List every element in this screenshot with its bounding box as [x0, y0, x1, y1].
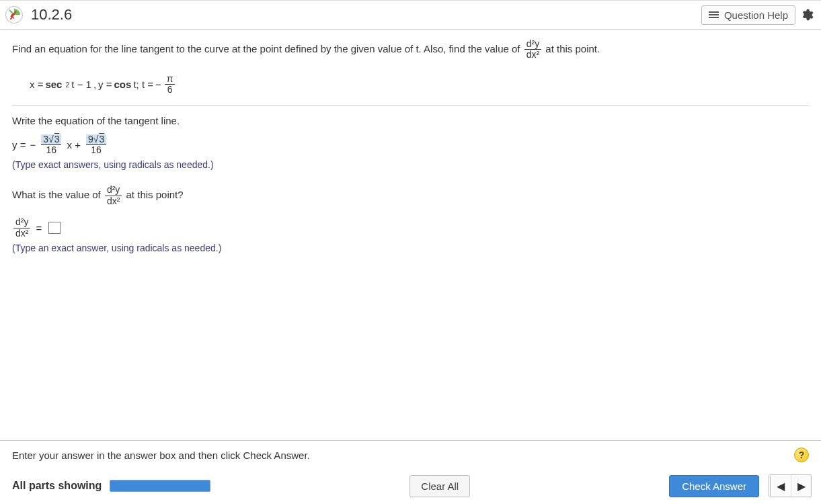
eq-sec-exp: 2	[65, 81, 69, 89]
t-den: 6	[165, 85, 175, 95]
footer-bar: All parts showing Clear All Check Answer…	[0, 469, 821, 504]
part2-hint: (Type an exact answer, using radicals as…	[12, 243, 809, 253]
t-num: π	[165, 74, 175, 85]
ans2-rad: 3	[98, 134, 104, 144]
part2-prompt: What is the value of d²y dx² at this poi…	[12, 185, 809, 206]
check-answer-button[interactable]: Check Answer	[669, 475, 759, 497]
x-plus: x +	[67, 139, 80, 151]
nav-buttons: ◀ ▶	[769, 474, 812, 497]
problem-text-before: Find an equation for the line tangent to…	[12, 43, 523, 54]
question-number: 10.2.6	[27, 5, 76, 25]
problem-text-after: at this point.	[545, 43, 600, 54]
settings-button[interactable]	[799, 7, 814, 22]
ans1-rad: 3	[54, 134, 60, 144]
gear-icon	[800, 8, 814, 22]
footer-instruction: Enter your answer in the answer box and …	[12, 450, 310, 461]
ans1-coef: 3	[43, 134, 48, 144]
header-left: ✗ 10.2.6	[5, 5, 76, 25]
progress-bar	[110, 480, 210, 492]
second-derivative-answer: d²y dx² =	[12, 217, 809, 239]
problem-statement: Find an equation for the line tangent to…	[12, 39, 809, 60]
t-value-fraction: π 6	[165, 74, 175, 95]
intercept-fraction: 9√3 16	[86, 134, 106, 156]
eq-cos: cos	[114, 79, 132, 90]
list-icon	[709, 10, 719, 19]
equals-sign: =	[36, 222, 42, 234]
frac-den: dx²	[524, 50, 541, 60]
frac-num: d²y	[524, 39, 541, 50]
question-help-button[interactable]: Question Help	[701, 5, 795, 25]
answer-box-slope[interactable]: 3√3	[41, 134, 61, 145]
svg-text:✗: ✗	[9, 13, 15, 21]
neg-sign: −	[30, 139, 36, 151]
next-button[interactable]: ▶	[791, 475, 811, 497]
clear-all-button[interactable]: Clear All	[409, 475, 470, 497]
part1-hint: (Type exact answers, using radicals as n…	[12, 159, 809, 170]
eq-y-prefix: y =	[98, 79, 112, 90]
content-area: Find an equation for the line tangent to…	[0, 30, 821, 440]
tangent-line-answer: y = − 3√3 16 x + 9√3 16	[12, 134, 809, 156]
divider	[12, 105, 809, 106]
header-right: Question Help	[701, 5, 814, 25]
eq-x-after: t − 1	[71, 79, 91, 90]
part2-before: What is the value of	[12, 189, 104, 200]
help-icon-button[interactable]: ?	[794, 448, 809, 462]
lhs-den: dx²	[13, 228, 30, 239]
d2y-dx2-fraction: d²y dx²	[524, 39, 541, 60]
ans2-den: 16	[89, 145, 104, 155]
progress-fill	[110, 480, 210, 491]
d2y-dx2-lhs: d²y dx²	[13, 217, 30, 239]
part1-prompt: Write the equation of the tangent line.	[12, 115, 809, 126]
part2-after: at this point?	[126, 189, 184, 200]
d2y-dx2-fraction-2: d²y dx²	[105, 185, 122, 206]
ans2-coef: 9	[88, 134, 93, 144]
parts-showing-label: All parts showing	[12, 480, 102, 492]
frac-num-2: d²y	[105, 185, 122, 196]
y-equals: y =	[12, 139, 26, 151]
question-help-label: Question Help	[724, 9, 788, 21]
status-partial-icon: ✗	[5, 6, 23, 24]
eq-y-after: t; t =	[133, 79, 153, 90]
eq-x-prefix: x =	[30, 79, 43, 90]
lhs-num: d²y	[13, 217, 30, 228]
footer-left: All parts showing	[12, 480, 210, 492]
ans1-den: 16	[44, 145, 59, 155]
header-bar: ✗ 10.2.6 Question Help	[0, 1, 821, 30]
answer-box-second-derivative[interactable]	[48, 222, 61, 234]
slope-fraction: 3√3 16	[41, 134, 61, 156]
footer-right: Check Answer ◀ ▶	[669, 474, 812, 497]
given-equations: x = sec 2 t − 1 , y = cos t; t = − π 6	[30, 74, 809, 95]
eq-sep: ,	[93, 79, 96, 90]
answer-box-intercept[interactable]: 9√3	[86, 134, 106, 145]
eq-neg: −	[155, 79, 161, 90]
prev-button[interactable]: ◀	[771, 475, 791, 497]
footer-instruction-row: Enter your answer in the answer box and …	[0, 440, 821, 469]
eq-sec: sec	[45, 79, 62, 90]
frac-den-2: dx²	[105, 196, 122, 206]
